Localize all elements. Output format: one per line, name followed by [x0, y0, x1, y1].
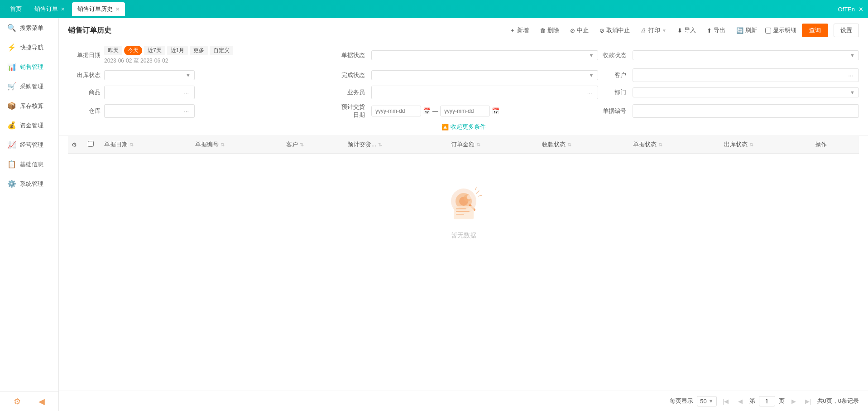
th-number-sort-icon[interactable]: ⇅ [221, 142, 225, 147]
th-date-label: 单据日期 [104, 141, 128, 148]
new-label: 新增 [517, 26, 529, 34]
page-last-button[interactable]: ▶| [803, 396, 814, 406]
outbound-status-select[interactable]: ▼ [104, 70, 195, 80]
payment-status-chevron-icon: ▼ [850, 53, 855, 58]
th-customer-sort-icon[interactable]: ⇅ [300, 142, 304, 147]
topbar-close-icon[interactable]: ✕ [858, 6, 863, 13]
customer-input[interactable]: ··· [633, 68, 859, 82]
th-payment-status-sort-icon[interactable]: ⇅ [567, 142, 571, 147]
sidebar-item-sys-mgmt[interactable]: ⚙️ 系统管理 [0, 174, 58, 193]
filter-customer-control: 客户 ··· [598, 68, 859, 82]
show-detail-label: 显示明细 [773, 26, 796, 34]
th-action: 操作 [811, 136, 859, 154]
th-amount[interactable]: 订单金额 ⇅ [447, 136, 538, 154]
sidebar-item-basic-info[interactable]: 📋 基础信息 [0, 155, 58, 174]
delivery-date-range: 📅 — 📅 [371, 106, 499, 116]
sidebar-item-fund-mgmt[interactable]: 💰 资金管理 [0, 116, 58, 135]
th-bill-status-sort-icon[interactable]: ⇅ [658, 142, 662, 147]
filter-outbound-control: ▼ [104, 70, 337, 80]
page-number-input[interactable] [759, 396, 775, 406]
bill-number-input[interactable] [633, 104, 859, 118]
page-first-button[interactable]: |◀ [720, 396, 731, 406]
page-unit: 页 [779, 397, 785, 405]
th-customer[interactable]: 客户 ⇅ [283, 136, 344, 154]
date-range-text: 2023-06-02 至 2023-06-02 [104, 57, 337, 65]
page-next-button[interactable]: ▶ [788, 396, 799, 406]
payment-status-select[interactable]: ▼ [633, 50, 859, 60]
complete-status-select[interactable]: ▼ [371, 70, 598, 80]
sidebar-item-sales-mgmt[interactable]: 📊 销售管理 [0, 57, 58, 77]
th-date[interactable]: 单据日期 ⇅ [101, 136, 192, 154]
customer-dots-icon[interactable]: ··· [846, 72, 855, 79]
date-tag-custom[interactable]: 自定义 [210, 46, 233, 55]
refresh-button[interactable]: 🔄 刷新 [734, 24, 760, 36]
import-button[interactable]: ⬇ 导入 [675, 24, 699, 36]
pagination-bar: 每页显示 50 ▼ |◀ ◀ 第 页 ▶ ▶| 共0页，0条记录 [59, 391, 868, 411]
page-size-select[interactable]: 50 ▼ [697, 396, 716, 406]
quick-nav-icon: ⚡ [7, 43, 16, 52]
bill-status-select[interactable]: ▼ [371, 50, 598, 60]
th-checkbox[interactable] [84, 136, 101, 154]
date-tag-more[interactable]: 更多 [190, 46, 208, 55]
delivery-date-start-icon[interactable]: 📅 [423, 107, 431, 115]
sidebar-item-inventory-check[interactable]: 📦 库存核算 [0, 96, 58, 116]
th-out-status-sort-icon[interactable]: ⇅ [749, 142, 753, 147]
dept-select[interactable]: ▼ [633, 87, 859, 97]
goods-input[interactable]: ··· [104, 86, 195, 99]
tab-sales-order[interactable]: 销售订单 ✕ [29, 2, 70, 16]
filter-bill-number-control: 单据编号 [598, 104, 859, 118]
sidebar-item-quick-nav[interactable]: ⚡ 快捷导航 [0, 38, 58, 57]
tab-sales-order-history-label: 销售订单历史 [77, 5, 113, 13]
sidebar-collapse-icon[interactable]: ◀ [38, 396, 45, 406]
th-delivery-date[interactable]: 预计交货... ⇅ [344, 136, 447, 154]
th-payment-status-label: 收款状态 [542, 141, 566, 148]
filter-row-2: 出库状态 ▼ 完成状态 ▼ 客户 · [68, 68, 859, 82]
date-tag-today[interactable]: 今天 [124, 46, 142, 55]
delivery-date-end-icon[interactable]: 📅 [492, 107, 499, 115]
th-gear[interactable]: ⚙ [68, 136, 84, 154]
delivery-date-start[interactable] [371, 106, 421, 116]
sidebar-item-ops-mgmt[interactable]: 📈 经营管理 [0, 135, 58, 155]
delete-button[interactable]: 🗑 删除 [537, 24, 562, 36]
th-payment-status[interactable]: 收款状态 ⇅ [538, 136, 629, 154]
print-button[interactable]: 🖨 打印 ▼ [638, 24, 669, 36]
stop-button[interactable]: ⊘ 中止 [567, 24, 591, 36]
delivery-date-end[interactable] [440, 106, 490, 116]
tab-home[interactable]: 首页 [5, 2, 27, 16]
show-detail-checkbox-label[interactable]: 显示明细 [765, 26, 796, 34]
import-label: 导入 [684, 26, 696, 34]
tab-sales-order-history[interactable]: 销售订单历史 ✕ [72, 2, 125, 16]
goods-dots-icon[interactable]: ··· [182, 89, 191, 96]
th-out-status[interactable]: 出库状态 ⇅ [720, 136, 811, 154]
new-button[interactable]: ＋ 新增 [507, 24, 532, 36]
sidebar-item-search-menu[interactable]: 🔍 搜索菜单 [0, 18, 58, 38]
search-button[interactable]: 查询 [802, 24, 828, 37]
tab-sales-order-close[interactable]: ✕ [61, 6, 65, 12]
date-tag-yesterday[interactable]: 昨天 [104, 46, 122, 55]
warehouse-input[interactable]: ··· [104, 104, 195, 118]
th-amount-sort-icon[interactable]: ⇅ [476, 142, 480, 147]
th-bill-status[interactable]: 单据状态 ⇅ [629, 136, 720, 154]
sidebar-item-purchase-mgmt-label: 采购管理 [20, 82, 43, 91]
setting-button[interactable]: 设置 [834, 24, 859, 37]
select-all-checkbox[interactable] [88, 141, 94, 147]
th-delivery-date-sort-icon[interactable]: ⇅ [378, 142, 382, 147]
date-tag-1month[interactable]: 近1月 [167, 46, 188, 55]
th-number-label: 单据编号 [195, 141, 219, 148]
page-prev-button[interactable]: ◀ [735, 396, 746, 406]
th-number[interactable]: 单据编号 ⇅ [192, 136, 283, 154]
sidebar-item-purchase-mgmt[interactable]: 🛒 采购管理 [0, 77, 58, 96]
date-tag-7days[interactable]: 近7天 [144, 46, 165, 55]
warehouse-dots-icon[interactable]: ··· [182, 108, 191, 115]
gear-icon[interactable]: ⚙ [72, 141, 77, 148]
show-detail-checkbox[interactable] [765, 28, 771, 34]
cancel-stop-button[interactable]: ⊘ 取消中止 [597, 24, 633, 36]
sidebar-settings-icon[interactable]: ⚙ [14, 396, 21, 406]
export-button[interactable]: ⬆ 导出 [704, 24, 728, 36]
salesman-dots-icon[interactable]: ··· [585, 89, 594, 96]
th-date-sort-icon[interactable]: ⇅ [129, 142, 134, 147]
export-label: 导出 [714, 26, 725, 34]
salesman-input[interactable]: ··· [371, 86, 598, 99]
collapse-row[interactable]: 🔼 收起更多条件 [68, 123, 859, 131]
tab-sales-order-history-close[interactable]: ✕ [115, 6, 120, 12]
